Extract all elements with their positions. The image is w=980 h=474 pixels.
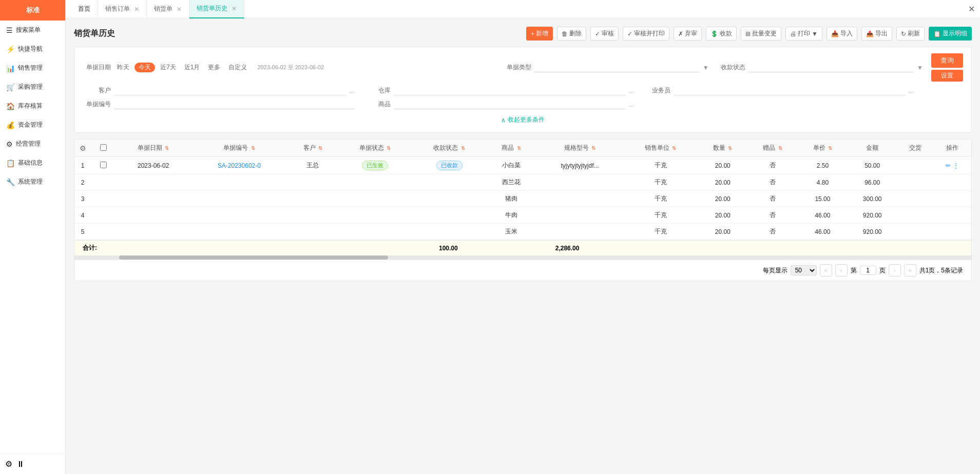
footer-totals: 100.00 2,286.00 xyxy=(105,245,579,252)
sidebar-item-purchase-mgmt[interactable]: 🛒 采购管理 xyxy=(0,77,65,96)
sidebar-item-ops-mgmt[interactable]: ⚙ 经营管理 xyxy=(0,134,65,153)
sort-qty-icon: ⇅ xyxy=(728,145,732,151)
sort-spec-icon: ⇅ xyxy=(591,145,595,151)
new-icon: + xyxy=(531,30,534,37)
row-checkbox-1[interactable] xyxy=(91,174,116,191)
tab-home[interactable]: 首页 xyxy=(71,0,98,18)
show-detail-button[interactable]: 📋 显示明细 xyxy=(929,27,972,41)
row-doc-status-1 xyxy=(338,174,412,191)
import-button[interactable]: 📥 导入 xyxy=(827,27,857,41)
collect-status-input[interactable] xyxy=(748,63,914,72)
th-settings[interactable]: ⚙ xyxy=(74,140,91,157)
th-gift[interactable]: 赠品 ⇅ xyxy=(747,140,797,157)
tab-sales-history-close[interactable]: ✕ xyxy=(232,5,237,12)
sidebar-collapse-icon[interactable]: ⏸ xyxy=(16,460,25,469)
select-all-checkbox[interactable] xyxy=(100,144,107,151)
salesperson-input[interactable] xyxy=(674,86,906,95)
tab-sales-delivery-close[interactable]: ✕ xyxy=(177,6,182,13)
date-btn-7days[interactable]: 近7天 xyxy=(157,63,179,72)
date-btn-today[interactable]: 今天 xyxy=(134,63,155,72)
goods-input[interactable] xyxy=(394,100,626,109)
sidebar-item-funds-mgmt[interactable]: 💰 资金管理 xyxy=(0,115,65,134)
th-checkbox[interactable] xyxy=(91,140,116,157)
date-presets: 昨天 今天 近7天 近1月 更多 自定义 2023-06-02 至 2023-0… xyxy=(114,63,324,72)
next-page-button[interactable]: › xyxy=(889,264,901,276)
abandon-button[interactable]: ✗ 弃审 xyxy=(674,27,702,41)
goods-more-icon[interactable]: ... xyxy=(629,101,634,108)
th-qty[interactable]: 数量 ⇅ xyxy=(698,140,747,157)
row-checkbox-3[interactable] xyxy=(91,207,116,224)
row-num-2: 3 xyxy=(74,191,91,207)
date-btn-yesterday[interactable]: 昨天 xyxy=(114,63,132,72)
doc-type-input[interactable] xyxy=(534,63,700,72)
warehouse-more-icon[interactable]: ... xyxy=(629,87,634,94)
row-checkbox-4[interactable] xyxy=(91,224,116,240)
query-button[interactable]: 查询 xyxy=(931,53,963,68)
salesperson-more-icon[interactable]: ... xyxy=(909,87,914,94)
export-button[interactable]: 📤 导出 xyxy=(861,27,892,41)
th-doc-status[interactable]: 单据状态 ⇅ xyxy=(338,140,412,157)
sidebar-item-label: 系统管理 xyxy=(18,177,43,186)
row-sales-unit-3: 千克 xyxy=(623,207,698,224)
table-settings-icon[interactable]: ⚙ xyxy=(80,144,86,152)
th-sales-unit[interactable]: 销售单位 ⇅ xyxy=(623,140,698,157)
th-unit-price[interactable]: 单价 ⇅ xyxy=(798,140,848,157)
th-goods[interactable]: 商品 ⇅ xyxy=(486,140,536,157)
th-collect-status[interactable]: 收款状态 ⇅ xyxy=(412,140,487,157)
row-doc-number-0[interactable]: SA-20230602-0 xyxy=(190,157,288,174)
collapse-button[interactable]: ∧ 收起更多条件 xyxy=(83,113,963,126)
row-doc-number-3 xyxy=(190,207,288,224)
sidebar-item-quick-nav[interactable]: ⚡ 快捷导航 xyxy=(0,40,65,58)
date-btn-1month[interactable]: 近1月 xyxy=(181,63,203,72)
page-number-input[interactable] xyxy=(860,266,876,275)
date-btn-custom[interactable]: 自定义 xyxy=(225,63,250,72)
doc-type-dropdown-icon[interactable]: ▼ xyxy=(703,64,709,71)
sidebar-item-sys-mgmt[interactable]: 🔧 系统管理 xyxy=(0,172,65,191)
audit-print-button[interactable]: ✓ 审核并打印 xyxy=(623,27,669,41)
sidebar-item-basic-info[interactable]: 📋 基础信息 xyxy=(0,153,65,172)
th-doc-number[interactable]: 单据编号 ⇅ xyxy=(190,140,288,157)
window-close-icon[interactable]: ✕ xyxy=(968,4,975,14)
doc-number-input[interactable] xyxy=(114,100,354,109)
settings-button[interactable]: 设置 xyxy=(931,70,963,82)
batch-change-button[interactable]: ⊞ 批量变更 xyxy=(741,27,781,41)
row-num-3: 4 xyxy=(74,207,91,224)
collect-button[interactable]: 💲 收款 xyxy=(706,27,737,41)
tab-sales-delivery[interactable]: 销货单 ✕ xyxy=(147,0,189,18)
customer-more-icon[interactable]: ... xyxy=(349,87,354,94)
new-button[interactable]: + 新增 xyxy=(526,27,553,41)
funds-mgmt-icon: 💰 xyxy=(6,121,15,129)
row-unit-price-0: 2.50 xyxy=(798,157,848,174)
th-doc-date[interactable]: 单据日期 ⇅ xyxy=(116,140,190,157)
audit-button[interactable]: ✓ 审核 xyxy=(590,27,619,41)
customer-input[interactable] xyxy=(114,86,346,95)
filter-doc-number: 单据编号 xyxy=(83,100,354,109)
prev-page-button[interactable]: ‹ xyxy=(835,264,848,276)
collect-icon: 💲 xyxy=(710,30,718,37)
th-customer[interactable]: 客户 ⇅ xyxy=(288,140,338,157)
total-amount-value: 2,286.00 xyxy=(555,245,580,252)
delete-button[interactable]: 🗑 删除 xyxy=(557,27,586,41)
refresh-button[interactable]: ↻ 刷新 xyxy=(896,27,925,41)
sidebar-item-inventory-calc[interactable]: 🏠 库存核算 xyxy=(0,96,65,115)
print-button[interactable]: 🖨 打印 ▼ xyxy=(785,27,822,41)
sidebar-bottom: ⚙ ⏸ xyxy=(0,453,65,474)
tab-sales-order-close[interactable]: ✕ xyxy=(134,6,139,13)
row-checkbox-2[interactable] xyxy=(91,191,116,207)
last-page-button[interactable]: » xyxy=(904,264,916,276)
tab-sales-order[interactable]: 销售订单 ✕ xyxy=(98,0,147,18)
row-actions-0[interactable]: ✏ ⋮ xyxy=(933,157,971,174)
first-page-button[interactable]: « xyxy=(820,264,832,276)
tab-sales-history[interactable]: 销货单历史 ✕ xyxy=(189,0,244,18)
date-btn-more[interactable]: 更多 xyxy=(205,63,223,72)
collect-status-dropdown-icon[interactable]: ▼ xyxy=(917,64,923,71)
sidebar-item-search-menu[interactable]: ☰ 搜索菜单 xyxy=(0,21,65,40)
horizontal-scrollbar[interactable] xyxy=(74,255,971,260)
sidebar-item-sales-mgmt[interactable]: 📊 销售管理 xyxy=(0,58,65,77)
sidebar-settings-icon[interactable]: ⚙ xyxy=(5,459,12,469)
th-spec[interactable]: 规格型号 ⇅ xyxy=(536,140,624,157)
page-size-select[interactable]: 20 50 100 xyxy=(791,265,817,275)
sales-mgmt-icon: 📊 xyxy=(6,64,15,72)
warehouse-input[interactable] xyxy=(394,86,626,95)
row-checkbox-0[interactable] xyxy=(91,157,116,174)
